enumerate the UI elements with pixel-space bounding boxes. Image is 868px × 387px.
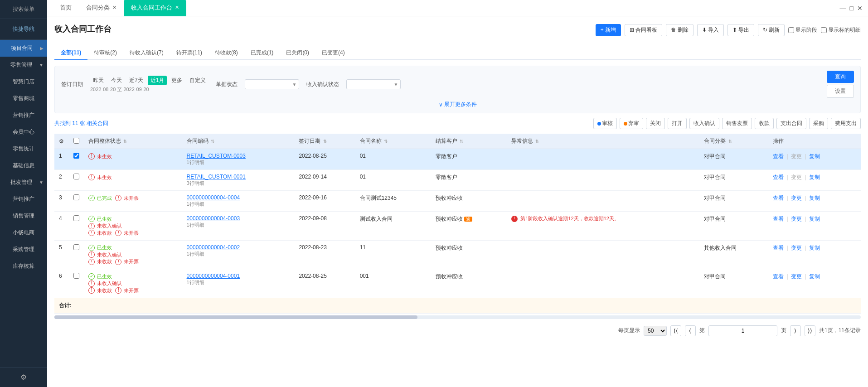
contract-link[interactable]: 0000000000004-0003 (187, 215, 240, 222)
delete-button[interactable]: 🗑 删除 (666, 24, 693, 36)
sales-invoice-btn[interactable]: 销售发票 (722, 118, 752, 129)
income-confirm-select[interactable] (346, 79, 401, 89)
window-maximize-button[interactable]: □ (850, 5, 853, 12)
sidebar-item-marketing[interactable]: 营销推广 (0, 107, 47, 124)
sidebar-item-basic-info[interactable]: 基础信息 (0, 157, 47, 174)
copy-btn[interactable]: 复制 (809, 174, 820, 180)
receive-payment-btn[interactable]: 收款 (755, 118, 774, 129)
last-page-btn[interactable]: ⟩⟩ (805, 325, 815, 336)
change-btn[interactable]: 变更 (791, 153, 802, 160)
tab-close-income-workbench[interactable]: ✕ (175, 5, 179, 10)
sub-tab-pending-payment[interactable]: 待收款(8) (209, 46, 244, 60)
sub-tab-pending-review[interactable]: 待审核(2) (87, 46, 123, 60)
copy-btn[interactable]: 复制 (809, 153, 820, 160)
tab-contract-type[interactable]: 合同分类 ✕ (79, 0, 124, 16)
page-number-input[interactable] (708, 325, 777, 336)
contract-link[interactable]: 0000000000004-0004 (187, 194, 240, 201)
show-detail-checkbox[interactable]: 显示标的明细 (821, 26, 861, 34)
sub-tab-pending-invoice[interactable]: 待开票(11) (170, 46, 209, 60)
set-button[interactable]: 设置 (827, 85, 854, 98)
export-button[interactable]: ⬆ 导出 (727, 24, 754, 36)
tab-home[interactable]: 首页 (53, 0, 79, 16)
page-size-select[interactable]: 50 100 (644, 326, 667, 336)
row-checkbox[interactable] (69, 212, 84, 241)
sidebar-item-xiaochangec[interactable]: 小畅电商 (0, 224, 47, 241)
copy-btn[interactable]: 复制 (809, 195, 820, 201)
scrollbar-thumb[interactable] (54, 315, 417, 319)
date-btn-more[interactable]: 更多 (169, 76, 185, 85)
gear-icon[interactable]: ⚙ (59, 138, 64, 145)
sidebar-item-marketing2[interactable]: 营销推广 (0, 191, 47, 208)
copy-btn[interactable]: 复制 (809, 273, 820, 280)
window-minimize-button[interactable]: — (840, 5, 846, 12)
audit-btn[interactable]: 审核 (593, 118, 617, 129)
sidebar-item-project-contract[interactable]: 项目合同 ▶ (0, 40, 47, 57)
tab-close-contract-type[interactable]: ✕ (112, 5, 116, 10)
change-btn[interactable]: 变更 (791, 245, 802, 251)
next-page-btn[interactable]: ⟩ (790, 325, 801, 336)
sidebar-item-smart-store[interactable]: 智慧门店 (0, 73, 47, 90)
sidebar-item-retail-mall[interactable]: 零售商城 (0, 90, 47, 107)
view-btn[interactable]: 查看 (773, 195, 784, 201)
sub-tab-pending-confirm[interactable]: 待收入确认(7) (123, 46, 170, 60)
col-code[interactable]: 合同编码 ⇅ (182, 134, 295, 149)
col-exception[interactable]: 异常信息 ⇅ (507, 134, 699, 149)
open-btn[interactable]: 打开 (668, 118, 687, 129)
contract-link[interactable]: 0000000000004-0002 (187, 244, 240, 251)
col-sign-date[interactable]: 签订日期 ⇅ (294, 134, 355, 149)
row-checkbox[interactable] (69, 170, 84, 191)
row-checkbox[interactable] (69, 149, 84, 170)
select-all-checkbox[interactable] (73, 138, 79, 144)
sidebar-item-wholesale-mgmt[interactable]: 批发管理 ▼ (0, 174, 47, 191)
contract-link[interactable]: RETAIL_CUSTOM-0001 (187, 174, 246, 180)
contract-link[interactable]: 0000000000004-0001 (187, 273, 240, 279)
kanban-button[interactable]: ⊞ 合同看板 (625, 24, 662, 36)
row-checkbox[interactable] (69, 240, 84, 269)
sidebar-item-retail-mgmt[interactable]: 零售管理 ▼ (0, 57, 47, 73)
col-category[interactable]: 合同分类 ⇅ (699, 134, 768, 149)
copy-btn[interactable]: 复制 (809, 245, 820, 251)
sub-tab-completed[interactable]: 已完成(1) (244, 46, 280, 60)
sidebar-item-purchase-mgmt[interactable]: 采购管理 (0, 241, 47, 258)
close-btn[interactable]: 关闭 (646, 118, 665, 129)
sidebar-nav-label[interactable]: 快捷导航 (0, 23, 47, 36)
view-btn[interactable]: 查看 (773, 216, 784, 222)
change-btn[interactable]: 变更 (791, 195, 802, 201)
date-btn-custom[interactable]: 自定义 (187, 76, 209, 85)
expand-filter-btn[interactable]: ∨ 展开更多条件 (61, 101, 854, 108)
date-btn-yesterday[interactable]: 昨天 (90, 76, 107, 85)
tab-income-workbench[interactable]: 收入合同工作台 ✕ (124, 0, 186, 16)
query-button[interactable]: 查询 (827, 71, 854, 83)
gear-icon[interactable]: ⚙ (20, 373, 27, 382)
row-checkbox[interactable] (69, 269, 84, 298)
copy-btn[interactable]: 复制 (809, 216, 820, 222)
col-status[interactable]: 合同整体状态 ⇅ (84, 134, 182, 149)
purchase-btn[interactable]: 采购 (809, 118, 828, 129)
change-btn[interactable]: 变更 (791, 216, 802, 222)
row-checkbox[interactable] (69, 191, 84, 212)
change-btn[interactable]: 变更 (791, 273, 802, 280)
sub-tab-all[interactable]: 全部(11) (54, 46, 87, 60)
view-btn[interactable]: 查看 (773, 153, 784, 160)
import-button[interactable]: ⬇ 导入 (697, 24, 724, 36)
col-gear[interactable]: ⚙ (54, 134, 69, 149)
col-customer[interactable]: 结算客户 ⇅ (431, 134, 507, 149)
view-btn[interactable]: 查看 (773, 273, 784, 280)
sidebar-item-member-center[interactable]: 会员中心 (0, 124, 47, 140)
prev-page-btn[interactable]: ⟨ (685, 325, 696, 336)
sidebar-item-inventory[interactable]: 库存核算 (0, 258, 47, 275)
sub-tab-changed[interactable]: 已变更(4) (315, 46, 351, 60)
sub-tab-closed[interactable]: 已关闭(0) (280, 46, 315, 60)
view-btn[interactable]: 查看 (773, 245, 784, 251)
date-btn-last7[interactable]: 近7天 (126, 76, 146, 85)
pay-out-contract-btn[interactable]: 支出合同 (776, 118, 806, 129)
date-btn-today[interactable]: 今天 (108, 76, 125, 85)
change-btn[interactable]: 变更 (791, 174, 802, 180)
contract-link[interactable]: RETAIL_CUSTOM-0003 (187, 153, 246, 159)
new-button[interactable]: + 新增 (596, 24, 621, 36)
sidebar-item-sales-mgmt[interactable]: 销售管理 (0, 208, 47, 224)
show-stages-checkbox[interactable]: 显示阶段 (788, 26, 817, 34)
abandon-btn[interactable]: 弃审 (620, 118, 643, 129)
income-confirm-btn[interactable]: 收入确认 (689, 118, 719, 129)
sidebar-search[interactable]: 搜索菜单 (0, 0, 47, 19)
